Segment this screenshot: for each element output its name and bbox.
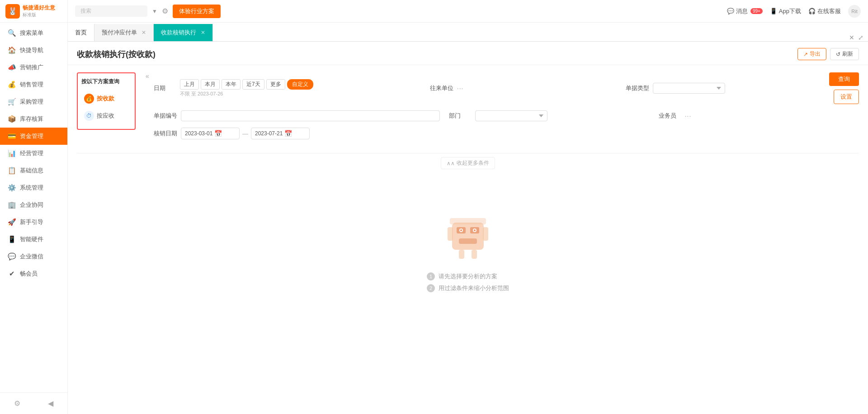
tab-collection-label: 收款核销执行 <box>161 29 196 37</box>
sidebar-item-guide[interactable]: 🚀 新手引导 <box>0 214 67 231</box>
app-logo-icon: 🐰 <box>5 4 20 19</box>
online-service-item[interactable]: 🎧 在线客服 <box>808 7 841 15</box>
sidebar: 🐰 畅捷通好生意 标准版 🔍 搜索菜单 🏠 快捷导航 📣 营销推广 💰 销售管理… <box>0 0 68 414</box>
guide-icon: 🚀 <box>7 218 16 226</box>
tab-close-all-icon[interactable]: ✕ <box>849 34 854 41</box>
sidebar-item-wechat[interactable]: 💬 企业微信 <box>0 248 67 265</box>
svg-point-11 <box>474 229 476 231</box>
export-label: 导出 <box>810 50 821 58</box>
filter-field-dept: 部门 <box>449 110 649 121</box>
svg-rect-4 <box>448 227 453 241</box>
tab-prepay-label: 预付冲应付单 <box>102 29 137 37</box>
date-btn-this-year[interactable]: 本年 <box>222 79 241 90</box>
sidebar-label: 畅会员 <box>20 270 38 278</box>
sidebar-item-base-info[interactable]: 📋 基础信息 <box>0 162 67 179</box>
system-icon: ⚙️ <box>7 184 16 192</box>
verify-date-end: 2023-07-21 <box>255 130 283 137</box>
calendar-start-icon: 📅 <box>214 130 222 137</box>
topbar-left: 搜索 ▼ ⚙ 体验行业方案 <box>75 5 221 18</box>
verify-date-end-box[interactable]: 2023-07-21 📅 <box>251 128 310 139</box>
sidebar-item-member[interactable]: ✔ 畅会员 <box>0 265 67 282</box>
sidebar-footer: ⚙ ◀ <box>0 392 67 414</box>
tab-prepay-close[interactable]: ✕ <box>142 29 146 36</box>
filter-field-doc-type: 单据类型 <box>626 83 813 94</box>
date-range-sep: — <box>242 130 248 137</box>
dept-select[interactable] <box>475 110 547 121</box>
collapse-more-section: ∧∧ 收起更多条件 <box>68 153 868 173</box>
settings-footer-icon[interactable]: ⚙ <box>11 396 23 410</box>
sidebar-label: 智能硬件 <box>20 235 43 243</box>
page-header-actions: ↗ 导出 ↺ 刷新 <box>797 48 859 60</box>
date-label: 日期 <box>154 84 176 92</box>
setting-button[interactable]: 设置 <box>834 90 859 104</box>
base-info-icon: 📋 <box>7 167 16 175</box>
tab-fullscreen-icon[interactable]: ⤢ <box>858 34 863 41</box>
user-avatar[interactable]: Rit <box>848 5 861 18</box>
page-title: 收款核销执行(按收款) <box>77 49 156 60</box>
query-button[interactable]: 查询 <box>829 72 859 86</box>
date-btn-7days[interactable]: 近7天 <box>242 79 264 90</box>
search-icon: 🔍 <box>7 29 16 37</box>
filter-option-by-collection[interactable]: 💰 按收款 <box>81 90 131 107</box>
sidebar-item-operation[interactable]: 📊 经营管理 <box>0 145 67 162</box>
verify-date-start-box[interactable]: 2023-03-01 📅 <box>181 128 240 139</box>
sidebar-item-hardware[interactable]: 📱 智能硬件 <box>0 231 67 248</box>
tip1-text: 请先选择要分析的方案 <box>439 272 497 281</box>
empty-robot-illustration <box>441 209 495 263</box>
date-btn-this-month[interactable]: 本月 <box>201 79 220 90</box>
export-button[interactable]: ↗ 导出 <box>797 48 826 60</box>
message-icon: 💬 <box>727 8 734 14</box>
filter-row-3: 核销日期 2023-03-01 📅 — 2023-07-21 📅 <box>154 128 859 139</box>
sidebar-item-search[interactable]: 🔍 搜索菜单 <box>0 24 67 42</box>
tab-collection[interactable]: 收款核销执行 ✕ <box>154 24 213 41</box>
sidebar-label: 快捷导航 <box>20 46 43 54</box>
action-buttons: 查询 设置 <box>822 72 859 104</box>
filter-field-staff: 业务员 ··· <box>659 112 859 120</box>
sidebar-item-purchase[interactable]: 🛒 采购管理 <box>0 93 67 110</box>
topbar-gear-icon[interactable]: ⚙ <box>162 7 168 15</box>
svg-rect-6 <box>459 250 464 259</box>
topbar-dropdown-arrow[interactable]: ▼ <box>152 8 157 14</box>
sidebar-nav: 🔍 搜索菜单 🏠 快捷导航 📣 营销推广 💰 销售管理 🛒 采购管理 📦 库存核… <box>0 23 67 392</box>
filter-collapse-button[interactable]: « <box>143 72 152 80</box>
user-name: Rit <box>851 9 857 14</box>
sidebar-item-quick-nav[interactable]: 🏠 快捷导航 <box>0 42 67 59</box>
sidebar-item-sales[interactable]: 💰 销售管理 <box>0 76 67 93</box>
sidebar-item-system[interactable]: ⚙️ 系统管理 <box>0 179 67 196</box>
app-download-item[interactable]: 📱 App下载 <box>770 7 801 15</box>
sidebar-item-enterprise[interactable]: 🏢 企业协同 <box>0 196 67 214</box>
refresh-button[interactable]: ↺ 刷新 <box>830 48 859 60</box>
sidebar-item-funds[interactable]: 💳 资金管理 <box>0 128 67 145</box>
svg-rect-5 <box>483 227 488 241</box>
tab-prepay[interactable]: 预付冲应付单 ✕ <box>94 24 154 41</box>
tab-home[interactable]: 首页 <box>68 24 94 41</box>
enterprise-icon: 🏢 <box>7 201 16 209</box>
sidebar-label: 企业微信 <box>20 252 43 261</box>
wechat-icon: 💬 <box>7 252 16 261</box>
staff-dots: ··· <box>685 112 692 119</box>
date-btn-custom[interactable]: 自定义 <box>287 79 313 90</box>
date-btn-more[interactable]: 更多 <box>266 79 285 90</box>
svg-point-10 <box>460 229 462 231</box>
tab-collection-close[interactable]: ✕ <box>201 29 205 36</box>
tip2-number: 2 <box>427 284 435 292</box>
date-to-text: 至 2023-07-26 <box>191 91 223 96</box>
filter-option-by-receivable[interactable]: ⏱ 按应收 <box>81 107 131 124</box>
tip1-number: 1 <box>427 272 435 281</box>
filter-row-2: 单据编号 部门 业务员 ··· <box>154 110 859 121</box>
message-item[interactable]: 💬 消息 99+ <box>727 7 763 15</box>
collapse-sidebar-icon[interactable]: ◀ <box>45 396 56 410</box>
solution-button[interactable]: 体验行业方案 <box>173 5 221 18</box>
funds-icon: 💳 <box>7 132 16 140</box>
doc-no-input[interactable] <box>181 110 440 121</box>
date-range: 2023-03-01 📅 — 2023-07-21 📅 <box>181 128 310 139</box>
home-icon: 🏠 <box>7 46 16 54</box>
svg-rect-0 <box>452 223 484 250</box>
staff-label: 业务员 <box>659 112 681 120</box>
sidebar-item-inventory[interactable]: 📦 库存核算 <box>0 110 67 128</box>
sidebar-item-marketing[interactable]: 📣 营销推广 <box>0 59 67 76</box>
doc-type-label: 单据类型 <box>626 84 649 92</box>
collapse-more-button[interactable]: ∧∧ 收起更多条件 <box>441 157 495 169</box>
date-btn-last-month[interactable]: 上月 <box>180 79 199 90</box>
doc-type-select[interactable] <box>653 83 725 94</box>
